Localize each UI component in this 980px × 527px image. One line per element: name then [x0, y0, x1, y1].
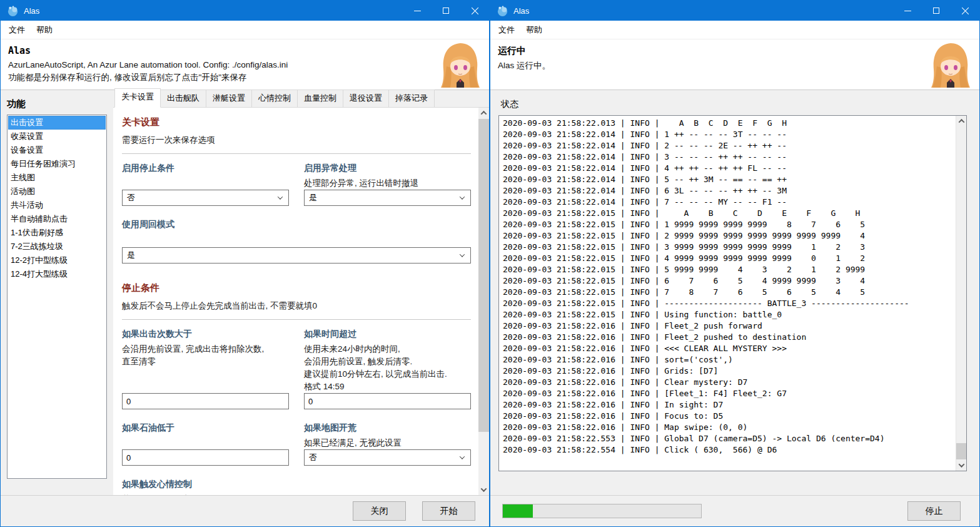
log-level: INFO	[630, 355, 650, 364]
tab[interactable]: 心情控制	[251, 90, 298, 107]
menu-item[interactable]: 帮助	[31, 21, 58, 39]
loop-mode-select[interactable]: 是	[122, 247, 471, 264]
app-header: Alas AzurLaneAutoScript, An Azur Lane au…	[1, 39, 489, 90]
close-button[interactable]	[951, 1, 979, 21]
settings-scrollbar[interactable]	[478, 108, 489, 495]
sidebar-item[interactable]: 收菜设置	[8, 130, 106, 143]
log-line: 2020-09-03 21:58:22.015 | INFO | 2 9999 …	[503, 230, 951, 242]
scroll-up-arrow[interactable]	[956, 116, 967, 126]
log-separator: |	[615, 175, 630, 184]
log-text: Fleet_2 push forward	[664, 321, 762, 330]
log-text: Using function: battle_0	[664, 310, 782, 319]
close-app-button[interactable]: 关闭	[353, 501, 406, 521]
scroll-down-arrow[interactable]	[478, 484, 489, 495]
maximize-icon	[933, 8, 939, 14]
log-level: INFO	[630, 163, 650, 173]
titlebar: Alas	[490, 1, 979, 21]
log-time: 2020-09-03 21:58:22.015	[503, 310, 615, 319]
log-scrollbar[interactable]	[956, 116, 966, 471]
stop-button[interactable]: 停止	[907, 501, 961, 521]
log-text: -------------------- BATTLE_3 ----------…	[664, 299, 909, 308]
sidebar-item[interactable]: 活动图	[8, 185, 106, 198]
log-text: [Fleet_1: F4] Fleet_2: G7	[664, 389, 787, 398]
log-separator: |	[615, 434, 630, 443]
log-separator: |	[650, 332, 664, 342]
log-time: 2020-09-03 21:58:22.016	[503, 366, 615, 376]
exception-handling-select[interactable]: 是	[304, 190, 471, 206]
tab[interactable]: 掉落记录	[388, 90, 435, 107]
tab[interactable]: 关卡设置	[114, 88, 161, 108]
log-separator: |	[650, 253, 664, 263]
map-explore-select[interactable]: 否	[304, 449, 471, 466]
scrollbar-thumb[interactable]	[478, 119, 489, 432]
log-text: 6 7 6 5 4 9999 9999 3 4	[664, 276, 865, 285]
sidebar-item[interactable]: 出击设置	[8, 116, 106, 130]
maximize-button[interactable]	[432, 1, 460, 21]
sidebar-item[interactable]: 主线图	[8, 171, 106, 185]
run-count-input[interactable]	[122, 393, 289, 409]
log-text: Clear mystery: D7	[664, 377, 747, 387]
tab[interactable]: 血量控制	[297, 90, 343, 107]
app-title: Alas	[8, 45, 430, 56]
log-line: 2020-09-03 21:58:22.014 | INFO | 1 ++ --…	[503, 129, 951, 140]
tab[interactable]: 出击舰队	[160, 90, 206, 107]
log-text: 7 -- -- -- MY -- -- F1 --	[664, 197, 787, 207]
log-level: INFO	[630, 220, 650, 229]
log-output[interactable]: 2020-09-03 21:58:22.013 | INFO | A B C D…	[498, 115, 967, 471]
log-time: 2020-09-03 21:58:22.016	[503, 422, 615, 432]
log-separator: |	[650, 344, 664, 353]
log-text: A B C D E F G H	[664, 118, 787, 128]
settings-window: Alas 文件帮助 Alas AzurLaneAutoScript, An Az…	[0, 0, 490, 527]
log-line: 2020-09-03 21:58:22.014 | INFO | 5 -- ++…	[503, 174, 951, 185]
stop-condition-select[interactable]: 否	[122, 190, 289, 206]
chevron-down-icon	[460, 194, 465, 199]
log-separator: |	[615, 163, 630, 173]
chevron-down-icon	[481, 486, 487, 492]
sidebar-item[interactable]: 共斗活动	[8, 198, 106, 212]
log-separator: |	[650, 445, 664, 454]
log-separator: |	[650, 175, 664, 184]
chevron-down-icon	[959, 461, 965, 468]
section-desc: 需要运行一次来保存选项	[122, 135, 471, 146]
close-icon	[471, 7, 479, 15]
start-button[interactable]: 开始	[422, 501, 475, 521]
minimize-button[interactable]	[893, 1, 922, 21]
scrollbar-thumb[interactable]	[956, 443, 967, 459]
sidebar-item[interactable]: 7-2三战拣垃圾	[8, 240, 106, 253]
chevron-down-icon	[460, 252, 465, 257]
sidebar-item[interactable]: 1-1伏击刷好感	[8, 226, 106, 240]
log-level: INFO	[630, 118, 650, 128]
log-separator: |	[650, 287, 664, 297]
sidebar-item[interactable]: 12-4打大型练级	[8, 267, 106, 281]
log-time: 2020-09-03 21:58:22.015	[503, 253, 615, 263]
close-icon	[961, 7, 969, 15]
menu-item[interactable]: 文件	[3, 21, 31, 39]
log-line: 2020-09-03 21:58:22.016 | INFO | Focus t…	[503, 411, 951, 422]
function-list[interactable]: 出击设置收菜设置设备设置每日任务困难演习主线图活动图共斗活动半自动辅助点击1-1…	[7, 115, 107, 479]
log-level: INFO	[630, 130, 650, 139]
app-hint: 功能都是分别保存和运行的, 修改设置后别忘了点击"开始"来保存	[8, 71, 430, 84]
scroll-up-arrow[interactable]	[478, 108, 489, 118]
selected-value: 是	[309, 192, 317, 203]
avatar	[438, 41, 483, 88]
time-limit-input[interactable]	[304, 393, 471, 409]
tab[interactable]: 潜艇设置	[206, 90, 252, 107]
log-separator: |	[650, 411, 664, 421]
sidebar-item[interactable]: 12-2打中型练级	[8, 253, 106, 267]
sidebar-item[interactable]: 半自动辅助点击	[8, 212, 106, 226]
log-separator: |	[650, 141, 664, 150]
log-text: 6 3L -- -- -- ++ ++ -- 3M	[664, 186, 787, 195]
sidebar-item[interactable]: 每日任务困难演习	[8, 157, 106, 171]
maximize-button[interactable]	[922, 1, 951, 21]
minimize-button[interactable]	[403, 1, 432, 21]
scroll-down-arrow[interactable]	[956, 460, 967, 471]
tab[interactable]: 退役设置	[343, 90, 389, 107]
menu-item[interactable]: 文件	[493, 21, 520, 39]
menu-item[interactable]: 帮助	[520, 21, 548, 39]
close-button[interactable]	[460, 1, 489, 21]
sidebar-item[interactable]: 设备设置	[8, 143, 106, 157]
sidebar-heading: 功能	[7, 98, 113, 110]
log-time: 2020-09-03 21:58:22.015	[503, 276, 615, 285]
log-text: 4 9999 9999 9999 9999 9999 0 1 2	[664, 253, 865, 263]
oil-limit-input[interactable]	[122, 449, 289, 466]
